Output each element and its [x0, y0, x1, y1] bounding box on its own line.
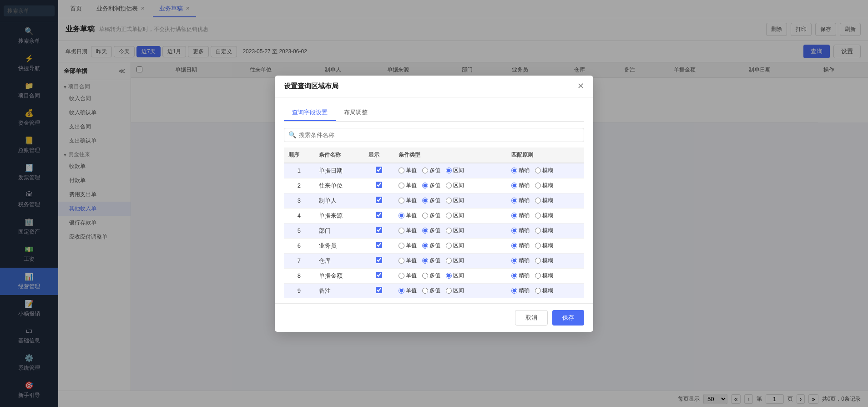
- row-show-cell: [364, 269, 394, 281]
- row-show-cell: [364, 239, 394, 251]
- row-show-cell: [364, 224, 394, 236]
- radio-match-精确-5[interactable]: 精确: [511, 227, 530, 234]
- radio-type-单值-2[interactable]: 单值: [399, 182, 417, 189]
- radio-type-单值-9[interactable]: 单值: [399, 287, 417, 295]
- col-order: 顺序: [284, 148, 314, 163]
- modal-search-input[interactable]: [284, 128, 584, 142]
- radio-match-模糊-1[interactable]: 模糊: [535, 167, 553, 174]
- radio-match-模糊-6[interactable]: 模糊: [535, 242, 553, 249]
- row-condition-type: 单值多值区间: [394, 223, 507, 238]
- row-condition-name: 往来单位: [314, 178, 364, 193]
- radio-type-单值-3[interactable]: 单值: [399, 197, 417, 204]
- modal-footer: 取消 保存: [275, 303, 593, 332]
- radio-type-多值-4[interactable]: 多值: [422, 212, 440, 219]
- modal-save-button[interactable]: 保存: [552, 310, 584, 326]
- modal-title: 设置查询区域布局: [284, 82, 338, 91]
- radio-type-区间-3[interactable]: 区间: [446, 197, 464, 204]
- row-condition-name: 单据来源: [314, 208, 364, 223]
- row-order: 6: [284, 238, 314, 253]
- radio-type-多值-3[interactable]: 多值: [422, 197, 440, 204]
- radio-type-多值-2[interactable]: 多值: [422, 182, 440, 189]
- row-match-principle: 精确模糊: [507, 223, 584, 238]
- show-checkbox-2[interactable]: [376, 182, 382, 188]
- radio-type-多值-7[interactable]: 多值: [422, 257, 440, 265]
- settings-modal: 设置查询区域布局 ✕ 查询字段设置 布局调整 🔍 顺序 条件名称 显示: [275, 76, 593, 332]
- show-checkbox-1[interactable]: [376, 167, 382, 173]
- radio-match-精确-6[interactable]: 精确: [511, 242, 530, 249]
- radio-type-多值-1[interactable]: 多值: [422, 167, 440, 174]
- row-condition-name: 业务员: [314, 238, 364, 253]
- row-order: 1: [284, 163, 314, 178]
- radio-match-精确-1[interactable]: 精确: [511, 167, 530, 174]
- radio-type-多值-8[interactable]: 多值: [422, 272, 440, 280]
- radio-type-区间-6[interactable]: 区间: [446, 242, 464, 249]
- settings-table-row: 8单据金额单值多值区间精确模糊: [284, 268, 584, 283]
- tab-query-fields[interactable]: 查询字段设置: [284, 105, 336, 121]
- show-checkbox-7[interactable]: [376, 257, 382, 263]
- show-checkbox-6[interactable]: [376, 242, 382, 248]
- modal-overlay: 设置查询区域布局 ✕ 查询字段设置 布局调整 🔍 顺序 条件名称 显示: [0, 0, 868, 407]
- row-order: 8: [284, 268, 314, 283]
- radio-type-单值-7[interactable]: 单值: [399, 257, 417, 265]
- modal-tabs: 查询字段设置 布局调整: [284, 105, 584, 122]
- settings-table: 顺序 条件名称 显示 条件类型 匹配原则 1单据日期单值多值区间精确模糊2往来单…: [284, 148, 584, 298]
- radio-type-区间-8[interactable]: 区间: [446, 272, 464, 280]
- row-order: 5: [284, 223, 314, 238]
- radio-type-单值-1[interactable]: 单值: [399, 167, 417, 174]
- radio-match-精确-4[interactable]: 精确: [511, 212, 530, 219]
- radio-type-单值-6[interactable]: 单值: [399, 242, 417, 249]
- radio-match-模糊-5[interactable]: 模糊: [535, 227, 553, 234]
- cancel-button[interactable]: 取消: [515, 310, 548, 326]
- row-match-principle: 精确模糊: [507, 208, 584, 223]
- radio-match-精确-7[interactable]: 精确: [511, 257, 530, 265]
- radio-match-模糊-9[interactable]: 模糊: [535, 287, 553, 295]
- row-condition-type: 单值多值区间: [394, 178, 507, 193]
- radio-type-区间-7[interactable]: 区间: [446, 257, 464, 265]
- row-show-cell: [364, 209, 394, 221]
- row-show-cell: [364, 284, 394, 296]
- modal-search: 🔍: [284, 128, 584, 142]
- radio-match-模糊-4[interactable]: 模糊: [535, 212, 553, 219]
- radio-type-区间-4[interactable]: 区间: [446, 212, 464, 219]
- show-checkbox-8[interactable]: [376, 272, 382, 278]
- col-show: 显示: [364, 148, 394, 163]
- row-condition-type: 单值多值区间: [394, 253, 507, 268]
- radio-type-区间-1[interactable]: 区间: [446, 167, 464, 174]
- tab-layout-adjust[interactable]: 布局调整: [336, 105, 376, 121]
- radio-type-多值-6[interactable]: 多值: [422, 242, 440, 249]
- radio-match-精确-3[interactable]: 精确: [511, 197, 530, 204]
- row-condition-name: 制单人: [314, 193, 364, 208]
- row-order: 7: [284, 253, 314, 268]
- radio-type-单值-8[interactable]: 单值: [399, 272, 417, 280]
- radio-match-精确-2[interactable]: 精确: [511, 182, 530, 189]
- radio-type-多值-9[interactable]: 多值: [422, 287, 440, 295]
- row-show-cell: [364, 178, 394, 191]
- show-checkbox-9[interactable]: [376, 287, 382, 293]
- row-condition-name: 单据日期: [314, 163, 364, 178]
- show-checkbox-5[interactable]: [376, 227, 382, 233]
- row-match-principle: 精确模糊: [507, 178, 584, 193]
- radio-type-多值-5[interactable]: 多值: [422, 227, 440, 234]
- radio-type-区间-9[interactable]: 区间: [446, 287, 464, 295]
- radio-type-单值-4[interactable]: 单值: [399, 212, 417, 219]
- row-match-principle: 精确模糊: [507, 268, 584, 283]
- settings-table-row: 7仓库单值多值区间精确模糊: [284, 253, 584, 268]
- show-checkbox-4[interactable]: [376, 212, 382, 218]
- modal-body: 查询字段设置 布局调整 🔍 顺序 条件名称 显示 条件类型 匹配原则: [275, 97, 593, 298]
- radio-type-单值-5[interactable]: 单值: [399, 227, 417, 234]
- radio-type-区间-2[interactable]: 区间: [446, 182, 464, 189]
- modal-close-button[interactable]: ✕: [577, 82, 584, 90]
- settings-table-row: 9备注单值多值区间精确模糊: [284, 283, 584, 298]
- radio-match-模糊-7[interactable]: 模糊: [535, 257, 553, 265]
- radio-type-区间-5[interactable]: 区间: [446, 227, 464, 234]
- row-show-cell: [364, 163, 394, 176]
- row-match-principle: 精确模糊: [507, 163, 584, 178]
- modal-search-icon: 🔍: [288, 131, 296, 138]
- radio-match-模糊-3[interactable]: 模糊: [535, 197, 553, 204]
- radio-match-模糊-8[interactable]: 模糊: [535, 272, 553, 280]
- radio-match-精确-8[interactable]: 精确: [511, 272, 530, 280]
- row-condition-type: 单值多值区间: [394, 208, 507, 223]
- radio-match-精确-9[interactable]: 精确: [511, 287, 530, 295]
- show-checkbox-3[interactable]: [376, 197, 382, 203]
- radio-match-模糊-2[interactable]: 模糊: [535, 182, 553, 189]
